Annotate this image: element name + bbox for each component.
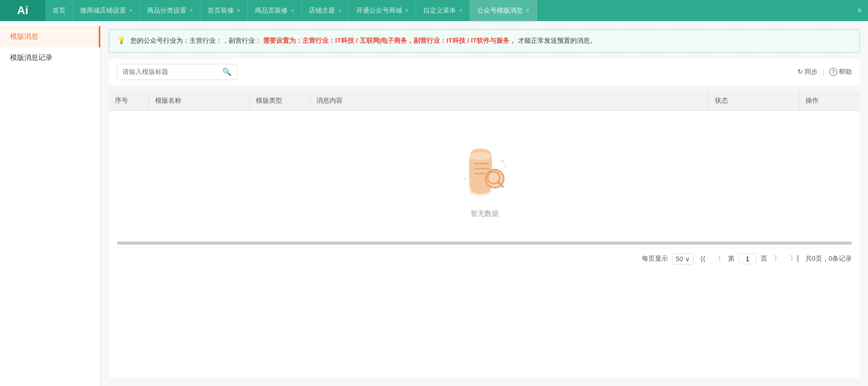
col-name: 模版名称 [149,91,250,110]
toolbar-divider: | [823,68,824,75]
prev-page-button[interactable]: 〈 [712,253,724,264]
svg-point-10 [463,177,465,180]
tab-template-message-label: 公众号模版消息 [477,6,523,15]
sidebar: 模版消息 模版消息记录 [0,21,101,386]
notice-prefix: 您的公众号行业为：主营行业：，副营行业： [130,37,261,44]
tab-custom-menu-label: 自定义菜单 [423,6,456,15]
tab-home-label: 首页 [52,6,65,15]
col-status: 状态 [709,91,799,110]
svg-point-9 [504,165,506,167]
tab-home[interactable]: 首页 [45,0,73,21]
page-size-chevron: ∨ [685,255,690,263]
app-logo: Ai [0,0,45,21]
tab-template-message[interactable]: 公众号模版消息 × [470,0,537,21]
search-input-wrap: 🔍 [117,64,238,80]
tab-product-decoration-close[interactable]: × [291,7,294,14]
sidebar-item-template-msg-label: 模版消息 [10,32,38,40]
toolbar-right: ↻ 同步 | ? 帮助 [797,67,852,76]
tab-custom-menu[interactable]: 自定义菜单 × [416,0,470,21]
page-size-label: 每页显示 [642,254,668,263]
search-input[interactable] [117,65,218,79]
svg-point-1 [470,152,492,160]
col-content: 消息内容 [310,91,709,110]
sync-button[interactable]: ↻ 同步 [797,67,818,76]
page-suffix: 页 [761,254,767,263]
tab-open-mall-close[interactable]: × [405,7,409,14]
next-page-button[interactable]: 〉 [771,253,783,264]
tab-store-settings-label: 微商城店铺设置 [80,6,126,15]
data-table: 序号 模版名称 模版类型 消息内容 状态 操作 [109,91,860,378]
global-close-button[interactable]: × [857,6,862,15]
help-label: 帮助 [839,67,852,76]
tab-store-theme-close[interactable]: × [338,7,342,14]
scroll-bar-area[interactable] [109,239,860,248]
total-records: 共0页，0条记录 [806,254,852,263]
main-layout: 模版消息 模版消息记录 💡 您的公众号行业为：主营行业：，副营行业： 需要设置为… [0,21,868,386]
empty-icon [454,141,515,201]
tab-category-settings[interactable]: 商品分类设置 × [140,0,201,21]
empty-state: 暂无数据 [109,111,860,239]
notice-bar: 💡 您的公众号行业为：主营行业：，副营行业： 需要设置为：主营行业：IT科技 /… [109,29,860,53]
sidebar-item-template-msg[interactable]: 模版消息 [0,26,100,47]
page-size-value: 50 [676,255,683,263]
tab-home-decoration-label: 首页装修 [208,6,234,15]
table-header: 序号 模版名称 模版类型 消息内容 状态 操作 [109,91,860,111]
col-index: 序号 [109,91,149,110]
topbar: Ai 首页 微商城店铺设置 × 商品分类设置 × 首页装修 × 商品页装修 × … [0,0,868,21]
tab-store-settings[interactable]: 微商城店铺设置 × [73,0,140,21]
tab-store-theme-label: 店铺主题 [309,6,335,15]
tab-open-mall-label: 开通公众号商城 [356,6,402,15]
notice-highlight: 需要设置为：主营行业：IT科技 / 互联网|电子商务，副营行业：IT科技 / I… [263,37,516,44]
tab-product-decoration-label: 商品页装修 [255,6,288,15]
content-area: 💡 您的公众号行业为：主营行业：，副营行业： 需要设置为：主营行业：IT科技 /… [101,21,868,386]
last-page-button[interactable]: 〉| [787,253,802,264]
nav-tabs: 首页 微商城店铺设置 × 商品分类设置 × 首页装修 × 商品页装修 × 店铺主… [45,0,868,21]
horizontal-scrollbar[interactable] [117,242,852,245]
tab-home-decoration[interactable]: 首页装修 × [201,0,248,21]
tab-custom-menu-close[interactable]: × [459,7,462,14]
search-button[interactable]: 🔍 [218,64,236,80]
sync-icon: ↻ [797,68,803,75]
tab-category-settings-close[interactable]: × [189,7,193,14]
sidebar-item-template-msg-log-label: 模版消息记录 [10,53,52,61]
page-label: 第 [728,254,735,263]
tab-category-settings-label: 商品分类设置 [147,6,186,15]
col-action: 操作 [799,91,860,110]
tab-store-theme[interactable]: 店铺主题 × [302,0,349,21]
page-size-select[interactable]: 50 ∨ [672,253,693,265]
current-page-input[interactable] [739,254,757,264]
tab-home-decoration-close[interactable]: × [237,7,240,14]
col-type: 模版类型 [250,91,310,110]
notice-icon: 💡 [117,37,125,44]
first-page-button[interactable]: ⟨⟨ [698,254,708,264]
svg-point-8 [501,160,504,163]
empty-text: 暂无数据 [471,209,499,218]
tab-open-mall[interactable]: 开通公众号商城 × [349,0,416,21]
notice-suffix: 才能正常发送预置的消息。 [518,37,596,44]
sidebar-item-template-msg-log[interactable]: 模版消息记录 [0,47,100,68]
tab-store-settings-close[interactable]: × [129,7,132,14]
sync-label: 同步 [805,67,818,76]
tab-template-message-close[interactable]: × [526,7,529,14]
search-bar: 🔍 ↻ 同步 | ? 帮助 [109,59,860,85]
help-button[interactable]: ? 帮助 [829,67,852,76]
pagination-bar: 每页显示 50 ∨ ⟨⟨ 〈 第 页 〉 〉| 共0页，0条记录 [109,248,860,270]
tab-product-decoration[interactable]: 商品页装修 × [248,0,302,21]
help-icon: ? [829,68,837,76]
